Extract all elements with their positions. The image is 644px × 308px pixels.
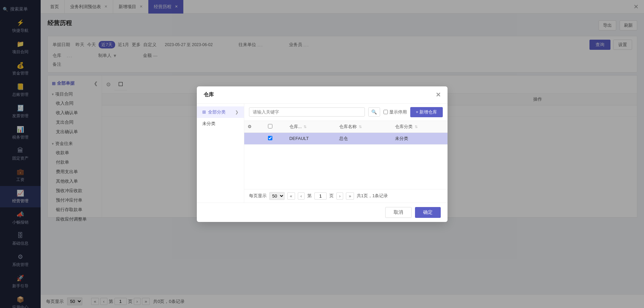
modal-search-input[interactable]	[249, 107, 365, 117]
modal-table: ⚙ 仓库... ⇅ 仓库名称 ⇅	[244, 121, 448, 145]
warehouse-modal: 仓库 ✕ ⊞ 全部分类 ❯ 未分类 🔍	[197, 86, 448, 222]
modal-unclassified-label: 未分类	[202, 121, 215, 127]
modal-name-sort[interactable]: ⇅	[359, 125, 362, 129]
modal-col-name-label: 仓库名称	[339, 124, 357, 129]
modal-confirm-btn[interactable]: 确定	[415, 207, 441, 218]
modal-page-prefix: 第	[307, 193, 312, 199]
modal-page-first[interactable]: «	[287, 192, 295, 200]
modal-left-panel: ⊞ 全部分类 ❯ 未分类	[197, 104, 244, 203]
row-checkbox[interactable]	[268, 136, 272, 140]
row-code-cell: DEFAULT	[286, 132, 336, 144]
modal-page-label: 页	[329, 193, 334, 199]
modal-page-prev[interactable]: ‹	[298, 192, 305, 200]
modal-table-area: ⚙ 仓库... ⇅ 仓库名称 ⇅	[244, 121, 448, 189]
row-category-cell: 未分类	[392, 132, 448, 144]
modal-col-check	[265, 121, 286, 133]
modal-footer: 取消 确定	[197, 203, 448, 222]
row-name-cell: 总仓	[336, 132, 392, 144]
grid-icon-modal: ⊞	[202, 109, 206, 115]
modal-body: ⊞ 全部分类 ❯ 未分类 🔍 显示停用 + 新增仓库	[197, 104, 448, 203]
modal-col-category: 仓库分类 ⇅	[392, 121, 448, 133]
modal-per-page-label: 每页显示	[249, 193, 267, 199]
modal-header: 仓库 ✕	[197, 86, 448, 104]
modal-select-all[interactable]	[268, 124, 272, 128]
modal-pagination: 每页显示 50 « ‹ 第 页 › » 共1页，1条记录	[244, 189, 448, 203]
row-gear-cell	[244, 132, 265, 144]
modal-add-btn[interactable]: + 新增仓库	[410, 107, 442, 117]
modal-page-last[interactable]: »	[346, 192, 354, 200]
table-row[interactable]: DEFAULT 总仓 未分类	[244, 132, 448, 144]
modal-all-label: 全部分类	[208, 109, 226, 115]
modal-all-category[interactable]: ⊞ 全部分类 ❯	[197, 106, 244, 118]
modal-show-disabled-text: 显示停用	[389, 109, 407, 115]
modal-page-input[interactable]	[314, 192, 327, 200]
modal-col-code-label: 仓库...	[289, 124, 302, 129]
modal-right-panel: 🔍 显示停用 + 新增仓库 ⚙	[244, 104, 448, 203]
modal-page-next[interactable]: ›	[336, 192, 343, 200]
modal-code-sort[interactable]: ⇅	[304, 125, 307, 129]
modal-col-code: 仓库... ⇅	[286, 121, 336, 133]
modal-show-disabled-label: 显示停用	[383, 109, 407, 115]
modal-cancel-btn[interactable]: 取消	[385, 207, 412, 218]
modal-per-page-select[interactable]: 50	[269, 192, 285, 200]
row-check-cell	[265, 132, 286, 144]
modal-show-disabled-checkbox[interactable]	[383, 110, 388, 114]
modal-col-gear: ⚙	[244, 121, 265, 133]
modal-col-name: 仓库名称 ⇅	[336, 121, 392, 133]
modal-gear-icon[interactable]: ⚙	[248, 124, 252, 129]
modal-title: 仓库	[204, 91, 214, 98]
modal-total-info: 共1页，1条记录	[357, 193, 388, 199]
modal-category-sort[interactable]: ⇅	[415, 125, 418, 129]
modal-close-btn[interactable]: ✕	[436, 91, 441, 99]
modal-col-category-label: 仓库分类	[395, 124, 413, 129]
modal-overlay: 仓库 ✕ ⊞ 全部分类 ❯ 未分类 🔍	[0, 0, 644, 308]
modal-toolbar: 🔍 显示停用 + 新增仓库	[244, 104, 448, 121]
modal-left-collapse-btn[interactable]: ❯	[235, 110, 238, 115]
modal-search-btn[interactable]: 🔍	[368, 107, 380, 117]
modal-unclassified[interactable]: 未分类	[197, 118, 244, 129]
